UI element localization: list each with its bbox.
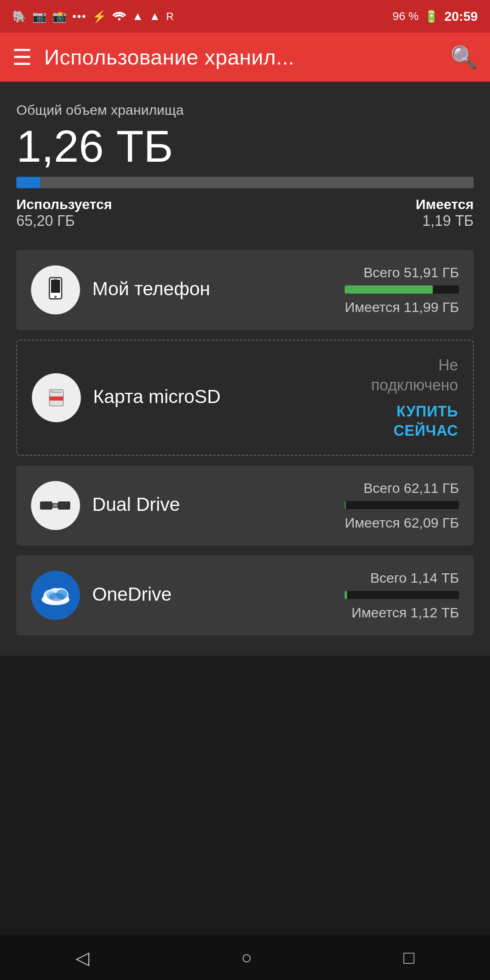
onedrive-total-label: Всего 1,14 ТБ — [370, 570, 459, 586]
phone-icon-circle — [31, 265, 80, 314]
svg-rect-4 — [54, 279, 57, 280]
not-connected-label: Неподключено — [371, 355, 458, 396]
evernote-icon: 🐘 — [12, 10, 27, 23]
phone-bar-used — [345, 285, 433, 294]
onedrive-drive-name: OneDrive — [92, 583, 316, 605]
onedrive-icon-circle — [31, 571, 80, 620]
onedrive-drive-info: OneDrive — [92, 583, 316, 608]
available-stat: Имеется 1,19 ТБ — [416, 196, 474, 229]
microsd-card[interactable]: Карта microSD Неподключено КУПИТЬСЕЙЧАС — [16, 340, 474, 456]
instagram-icon-1: 📷 — [32, 10, 47, 23]
main-content: Общий объем хранилища 1,26 ТБ Использует… — [0, 82, 490, 656]
more-icon: ••• — [72, 10, 87, 23]
used-stat: Используется 65,20 ГБ — [16, 196, 112, 229]
status-right: 96 % 🔋 20:59 — [392, 9, 478, 24]
dual-drive-bar-used — [345, 501, 346, 509]
sdcard-icon-circle — [32, 373, 81, 422]
home-button[interactable]: ○ — [241, 947, 252, 968]
instagram-icon-2: 📸 — [52, 10, 67, 23]
phone-drive-info: Мой телефон — [92, 278, 316, 302]
total-storage-label: Общий объем хранилища — [16, 102, 474, 118]
total-storage-value: 1,26 ТБ — [16, 124, 474, 169]
bottom-navigation-bar: ◁ ○ □ — [0, 935, 490, 980]
status-left-icons: 🐘 📷 📸 ••• ⚡ ▲ ▲ R — [12, 9, 174, 24]
drive-cards-container: Мой телефон Всего 51,91 ГБ Имеется 11,99… — [16, 242, 474, 644]
svg-rect-9 — [40, 501, 52, 510]
battery-icon: 🔋 — [424, 10, 439, 23]
available-label: Имеется — [416, 196, 474, 212]
hamburger-menu-icon[interactable]: ☰ — [12, 45, 32, 70]
buy-now-button[interactable]: КУПИТЬСЕЙЧАС — [394, 402, 458, 441]
back-button[interactable]: ◁ — [76, 947, 89, 968]
storage-summary: Общий объем хранилища 1,26 ТБ Использует… — [16, 98, 474, 242]
dual-drive-name: Dual Drive — [92, 493, 316, 515]
svg-point-19 — [49, 593, 65, 601]
phone-available-label: Имеется 11,99 ГБ — [345, 299, 459, 315]
used-label: Используется — [16, 196, 112, 212]
dual-drive-available-label: Имеется 62,09 ГБ — [345, 515, 459, 531]
svg-rect-8 — [51, 392, 62, 393]
total-storage-bar-used — [16, 177, 40, 188]
app-bar: ☰ Использование хранил... 🔍 — [0, 33, 490, 82]
phone-drive-bar — [345, 285, 459, 294]
dualdrive-icon-circle — [31, 481, 80, 530]
clock: 20:59 — [444, 9, 478, 24]
dual-drive-stats: Всего 62,11 ГБ Имеется 62,09 ГБ — [328, 480, 459, 531]
dual-drive-info: Dual Drive — [92, 493, 316, 518]
signal-icon-2: ▲ — [149, 10, 160, 23]
svg-rect-11 — [58, 501, 70, 510]
phone-drive-name: Мой телефон — [92, 278, 316, 300]
svg-point-3 — [54, 296, 57, 298]
svg-point-0 — [118, 18, 120, 20]
signal-r: R — [166, 10, 174, 23]
sdcard-drive-info: Карта microSD — [93, 385, 359, 410]
recents-button[interactable]: □ — [403, 947, 414, 968]
storage-stats: Используется 65,20 ГБ Имеется 1,19 ТБ — [16, 196, 474, 229]
onedrive-stats: Всего 1,14 ТБ Имеется 1,12 ТБ — [328, 570, 459, 621]
used-value: 65,20 ГБ — [16, 212, 112, 229]
signal-icon-1: ▲ — [132, 10, 143, 23]
onedrive-card[interactable]: OneDrive Всего 1,14 ТБ Имеется 1,12 ТБ — [16, 555, 474, 635]
phone-drive-stats: Всего 51,91 ГБ Имеется 11,99 ГБ — [328, 265, 459, 315]
dual-drive-bar — [345, 501, 459, 509]
svg-rect-6 — [49, 396, 63, 401]
svg-rect-2 — [51, 280, 60, 293]
battery-level: 96 % — [392, 10, 419, 23]
available-value: 1,19 ТБ — [422, 212, 474, 229]
total-storage-bar — [16, 177, 474, 188]
dual-drive-card[interactable]: Dual Drive Всего 62,11 ГБ Имеется 62,09 … — [16, 466, 474, 546]
my-phone-card[interactable]: Мой телефон Всего 51,91 ГБ Имеется 11,99… — [16, 250, 474, 330]
search-icon[interactable]: 🔍 — [450, 45, 478, 70]
onedrive-available-label: Имеется 1,12 ТБ — [352, 605, 459, 621]
status-bar: 🐘 📷 📸 ••• ⚡ ▲ ▲ R 96 % 🔋 20:59 — [0, 0, 490, 33]
bluetooth-icon: ⚡ — [92, 10, 107, 23]
microsd-status-content: Неподключено КУПИТЬСЕЙЧАС — [371, 355, 458, 440]
svg-rect-12 — [53, 504, 57, 507]
wifi-icon — [112, 9, 126, 24]
onedrive-bar — [345, 591, 459, 599]
dual-drive-total-label: Всего 62,11 ГБ — [363, 480, 459, 496]
sdcard-drive-name: Карта microSD — [93, 385, 359, 408]
phone-total-label: Всего 51,91 ГБ — [363, 265, 459, 281]
page-title: Использование хранил... — [44, 45, 438, 69]
onedrive-bar-used — [345, 591, 347, 599]
